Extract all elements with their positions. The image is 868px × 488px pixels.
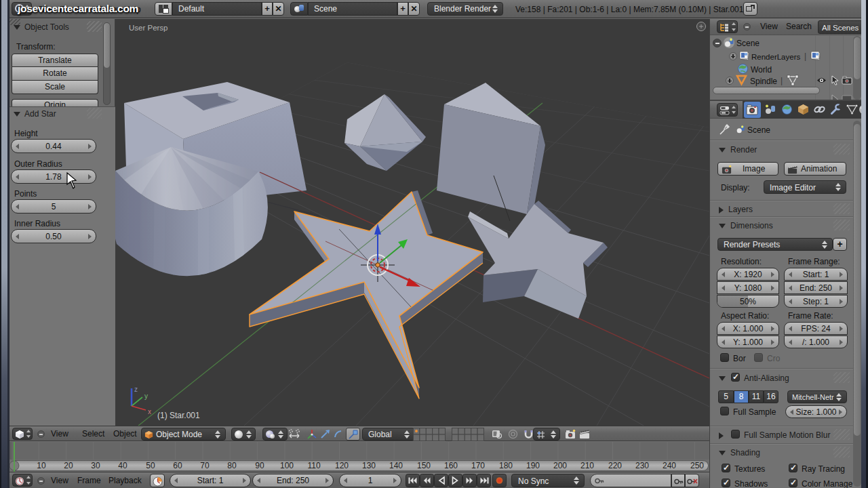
svg-text:210: 210: [580, 461, 594, 470]
svg-text:20: 20: [64, 461, 73, 470]
svg-text:x: x: [148, 408, 151, 415]
svg-text:200: 200: [553, 461, 567, 470]
svg-text:110: 110: [307, 461, 320, 470]
svg-text:100: 100: [280, 461, 294, 470]
svg-text:160: 160: [444, 461, 458, 470]
svg-text:90: 90: [255, 461, 264, 470]
svg-text:y: y: [144, 392, 148, 400]
svg-text:220: 220: [608, 461, 622, 470]
svg-text:10: 10: [37, 461, 46, 470]
svg-text:250: 250: [690, 461, 704, 470]
svg-text:(1) Star.001: (1) Star.001: [157, 411, 200, 420]
svg-text:50: 50: [146, 461, 155, 470]
svg-text:60: 60: [173, 461, 182, 470]
svg-text:230: 230: [635, 461, 649, 470]
svg-text:30: 30: [91, 461, 100, 470]
svg-text:150: 150: [417, 461, 431, 470]
svg-text:z: z: [134, 386, 138, 393]
svg-text:40: 40: [118, 461, 127, 470]
svg-text:120: 120: [335, 461, 349, 470]
svg-text:240: 240: [663, 461, 676, 470]
svg-text:User Persp: User Persp: [129, 24, 168, 32]
svg-text:170: 170: [471, 461, 485, 470]
svg-text:190: 190: [526, 461, 540, 470]
svg-text:130: 130: [362, 461, 376, 470]
svg-text:80: 80: [227, 461, 237, 470]
svg-text:180: 180: [499, 461, 513, 470]
svg-text:140: 140: [389, 461, 403, 470]
svg-text:70: 70: [200, 461, 210, 470]
